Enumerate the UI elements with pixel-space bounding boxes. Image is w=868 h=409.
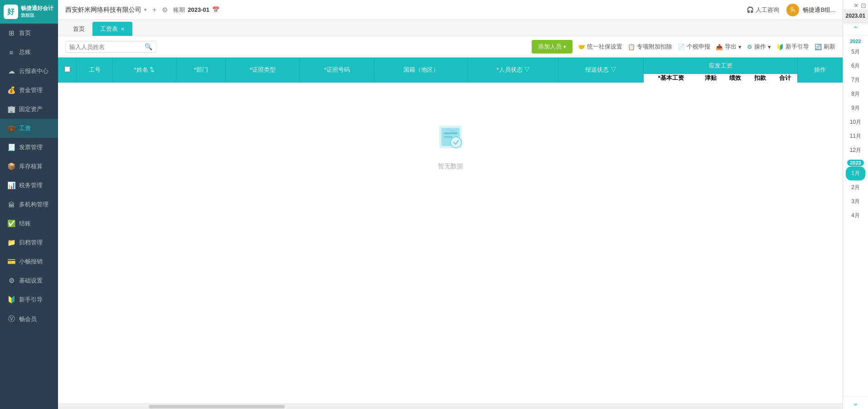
- month-item-2023-1[interactable]: 1月: [846, 166, 865, 180]
- assets-icon: 🏢: [7, 105, 15, 113]
- table-wrap: 工号 *姓名 ⇅ *部门 *证照类型 *证照号码 国籍（地区） *人员状态 ▽ …: [58, 58, 843, 404]
- refresh-label: 刷新: [824, 43, 835, 51]
- col-country: 国籍（地区）: [374, 58, 468, 83]
- archive-icon: 📁: [7, 239, 15, 247]
- org-icon: 🏛: [7, 201, 15, 209]
- year-2023-badge: 2023: [847, 160, 863, 166]
- panel-close-button[interactable]: ✕: [853, 2, 859, 9]
- export-dropdown-icon: ▾: [738, 44, 742, 50]
- col-name[interactable]: *姓名 ⇅: [113, 58, 176, 83]
- member-icon: Ⓥ: [7, 315, 15, 323]
- month-item-2022-7[interactable]: 7月: [843, 73, 868, 87]
- settle-icon: ✅: [7, 219, 15, 228]
- col-checkbox[interactable]: [58, 58, 77, 83]
- username[interactable]: 畅捷通B组...: [803, 6, 835, 14]
- sidebar-item-label: 总账: [19, 48, 31, 56]
- sidebar: 好 畅捷通好会计 旗舰版 ⊞ 首页 ≡ 总账 ☁ 云报表中心 💰 资金管理 🏢 …: [0, 0, 58, 409]
- month-item-2022-6[interactable]: 6月: [843, 59, 868, 73]
- app-name: 畅捷通好会计: [21, 5, 53, 12]
- operation-button[interactable]: ⚙ 操作 ▾: [747, 43, 771, 51]
- sidebar-item-ledger[interactable]: ≡ 总账: [0, 43, 58, 62]
- social-security-button[interactable]: 🤝 统一社保设置: [578, 43, 622, 51]
- tab-close-button[interactable]: ✕: [121, 26, 125, 32]
- fund-icon: 💰: [7, 86, 15, 94]
- scroll-down-button[interactable]: ⌄: [843, 396, 868, 409]
- user-service-label: 人工咨询: [756, 6, 779, 14]
- month-item-2022-8[interactable]: 8月: [843, 87, 868, 101]
- month-item-2022-10[interactable]: 10月: [843, 115, 868, 129]
- guide-button[interactable]: 🔰 新手引导: [776, 43, 809, 51]
- empty-icon: [432, 119, 469, 155]
- avatar: 头: [786, 4, 799, 16]
- tax-icon: 📊: [7, 181, 15, 190]
- scrollbar-area[interactable]: [58, 404, 843, 409]
- add-person-label: 添加人员: [538, 43, 562, 51]
- sidebar-item-expense[interactable]: 💳 小畅报销: [0, 252, 58, 271]
- col-report-status[interactable]: 报送状态 ▽: [558, 58, 644, 83]
- scroll-up-button[interactable]: ⌃: [843, 23, 868, 36]
- sidebar-item-settings[interactable]: ⚙ 基础设置: [0, 271, 58, 290]
- month-item-2022-9[interactable]: 9月: [843, 101, 868, 115]
- toolbar-left: 🔍: [65, 41, 156, 53]
- panel-top-buttons: ✕ ⊡: [843, 0, 868, 9]
- sidebar-item-cloud-report[interactable]: ☁ 云报表中心: [0, 62, 58, 81]
- year-2022-label: 2022: [843, 36, 868, 45]
- period-calendar-icon[interactable]: 📅: [212, 6, 219, 13]
- guide-label: 新手引导: [786, 43, 809, 51]
- right-panel: ✕ ⊡ 2023.01 ⌃ 2022 5月 6月 7月 8月 9月 10月 11…: [843, 0, 868, 409]
- refresh-button[interactable]: 🔄 刷新: [815, 43, 835, 51]
- add-person-button[interactable]: 添加人员 ▾: [532, 40, 572, 54]
- month-item-2023-2[interactable]: 2月: [843, 180, 868, 195]
- company-settings-button[interactable]: ⚙: [162, 6, 168, 14]
- scrollbar-thumb[interactable]: [149, 405, 285, 409]
- month-item-2022-5[interactable]: 5月: [843, 45, 868, 59]
- tab-salary-table[interactable]: 工资表 ✕: [92, 22, 132, 36]
- cloud-icon: ☁: [7, 67, 15, 75]
- search-input[interactable]: [69, 44, 142, 50]
- month-item-2022-11[interactable]: 11月: [843, 129, 868, 143]
- export-button[interactable]: 📤 导出 ▾: [716, 43, 742, 51]
- select-all-checkbox[interactable]: [64, 66, 70, 72]
- special-deduction-button[interactable]: 📋 专项附加扣除: [628, 43, 672, 51]
- sidebar-item-settle[interactable]: ✅ 结账: [0, 214, 58, 233]
- col-ops: 操作: [798, 58, 843, 83]
- sidebar-item-guide[interactable]: 🔰 新手引导: [0, 290, 58, 309]
- sidebar-item-member[interactable]: Ⓥ 畅会员: [0, 309, 58, 329]
- sidebar-item-tax[interactable]: 📊 税务管理: [0, 176, 58, 195]
- col-person-status[interactable]: *人员状态 ▽: [468, 58, 558, 83]
- month-item-2023-4[interactable]: 4月: [843, 209, 868, 223]
- salary-icon: 💼: [7, 124, 15, 132]
- panel-maximize-button[interactable]: ⊡: [861, 2, 866, 9]
- svg-point-4: [451, 137, 461, 148]
- guide-icon: 🔰: [776, 44, 784, 50]
- month-item-2023-3[interactable]: 3月: [843, 195, 868, 209]
- sidebar-item-label: 资金管理: [19, 86, 43, 94]
- sidebar-item-salary[interactable]: 💼 工资: [0, 119, 58, 138]
- sidebar-item-home[interactable]: ⊞ 首页: [0, 24, 58, 43]
- user-service-button[interactable]: 🎧 人工咨询: [747, 6, 779, 14]
- month-item-2022-12[interactable]: 12月: [843, 143, 868, 157]
- tab-home[interactable]: 首页: [65, 22, 92, 36]
- col-id-type: *证照类型: [226, 58, 300, 83]
- sidebar-item-multi-org[interactable]: 🏛 多机构管理: [0, 195, 58, 214]
- sidebar-item-inventory[interactable]: 📦 库存核算: [0, 157, 58, 176]
- refresh-icon: 🔄: [815, 44, 822, 50]
- tab-home-label: 首页: [73, 25, 85, 33]
- tax-declare-button[interactable]: 📄 个税申报: [678, 43, 710, 51]
- tabs-bar: 首页 工资表 ✕: [58, 20, 843, 36]
- tax-declare-label: 个税申报: [687, 43, 710, 51]
- sidebar-item-fund[interactable]: 💰 资金管理: [0, 81, 58, 100]
- company-selector[interactable]: 西安虾米网络科技有限公司 ▾: [65, 6, 147, 14]
- col-id-no: *证照号码: [300, 58, 374, 83]
- sidebar-item-invoice[interactable]: 🧾 发票管理: [0, 138, 58, 157]
- empty-state: 暂无数据: [58, 83, 843, 207]
- sidebar-item-label: 税务管理: [19, 181, 43, 190]
- sidebar-item-archive[interactable]: 📁 归档管理: [0, 233, 58, 252]
- tax-declare-icon: 📄: [678, 44, 685, 50]
- add-company-button[interactable]: +: [152, 6, 156, 14]
- sidebar-item-fixed-assets[interactable]: 🏢 固定资产: [0, 100, 58, 119]
- search-icon: 🔍: [145, 43, 152, 50]
- operation-icon: ⚙: [747, 44, 752, 50]
- sidebar-item-label: 首页: [19, 29, 31, 37]
- col-deduction: 扣款: [748, 74, 773, 83]
